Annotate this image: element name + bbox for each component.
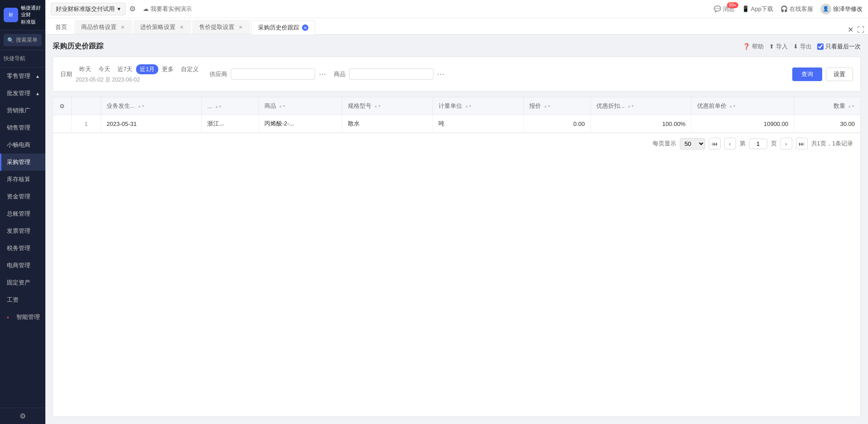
sidebar-item-fixed-assets[interactable]: 固定资产 (0, 274, 45, 291)
search-icon: 🔍 (7, 37, 14, 43)
main-area: 好业财标准版交付试用 ▾ ⚙ ☁ 我要看实例演示 💬 消息 99+ 📱 App下… (45, 0, 868, 424)
sidebar-item-payroll[interactable]: 工资 (0, 291, 45, 308)
date-label: 日期 (60, 70, 72, 78)
help-icon: ❓ (743, 43, 750, 50)
date-option-1month[interactable]: 近1月 (136, 64, 158, 74)
goods-input[interactable] (349, 68, 434, 80)
tab-price[interactable]: 商品价格设置 ✕ (74, 20, 132, 34)
export-button[interactable]: ⬇ 导出 (793, 43, 812, 51)
tab-price-close[interactable]: ✕ (119, 24, 126, 30)
topbar-right: 💬 消息 99+ 📱 App下载 🎧 在线客服 👤 徐泽华修改 (714, 4, 863, 14)
tab-expand-button[interactable]: ⛶ (857, 26, 864, 34)
td-price: 0.00 (524, 115, 590, 133)
td-quantity: 30.00 (794, 115, 860, 133)
query-button[interactable]: 查询 (792, 67, 822, 81)
tab-strategy-close[interactable]: ✕ (178, 24, 185, 30)
quick-nav-button[interactable]: 快捷导航 (0, 52, 45, 65)
only-last-checkbox[interactable]: 只看最后一次 (817, 43, 861, 51)
online-service-button[interactable]: 🎧 在线客服 (780, 5, 813, 13)
td-unit-price: 10900.00 (691, 115, 794, 133)
th-spec[interactable]: 规格型号 ▲▼ (342, 97, 433, 115)
sidebar-item-ecommerce-small[interactable]: 小畅电商 (0, 136, 45, 154)
th-discount[interactable]: 优惠折扣... ▲▼ (590, 97, 691, 115)
data-table: ⚙ 业务发生... ▲▼ ... ▲▼ 商品 ▲▼ (53, 97, 860, 133)
th-goods[interactable]: 商品 ▲▼ (258, 97, 342, 115)
last-page-button[interactable]: ⏭ (796, 138, 808, 149)
th-unit[interactable]: 计量单位 ▲▼ (433, 97, 524, 115)
import-button[interactable]: ⬆ 导入 (769, 43, 788, 51)
table-row: 1 2023-05-31 浙江... 丙烯酸-2-... 散水 吨 0.00 1… (53, 115, 860, 133)
sidebar-item-sales[interactable]: 销售管理 (0, 119, 45, 136)
app-logo-text: 畅捷通好业财 标准版 (21, 5, 42, 25)
th-price[interactable]: 报价 ▲▼ (524, 97, 590, 115)
sidebar-item-retail[interactable]: 零售管理 ▲ (0, 67, 45, 85)
sidebar-quick-nav[interactable]: 快捷导航 (0, 50, 45, 67)
tab-track-close[interactable]: ✕ (302, 24, 308, 31)
sort-icon: ▲▼ (627, 104, 634, 108)
date-option-today[interactable]: 今天 (95, 64, 114, 74)
filter-date: 日期 昨天 今天 近7天 近1月 更多 自定义 2023-05-02 至 202… (60, 64, 202, 84)
import-icon: ⬆ (769, 43, 774, 50)
app-download-button[interactable]: 📱 App下载 (742, 5, 773, 13)
date-options-top: 昨天 今天 近7天 近1月 更多 自定义 (76, 64, 202, 74)
th-dots[interactable]: ... ▲▼ (202, 97, 259, 115)
tabbar-actions: ✕ ⛶ (848, 25, 864, 34)
th-unit-price[interactable]: 优惠前单价 ▲▼ (691, 97, 794, 115)
per-page-select[interactable]: 50 10 20 100 (680, 138, 705, 149)
date-option-more[interactable]: 更多 (158, 64, 177, 74)
message-badge: 99+ (727, 2, 738, 8)
sort-icon: ▲▼ (137, 104, 145, 108)
date-option-7days[interactable]: 近7天 (114, 64, 136, 74)
supplier-more-button[interactable]: ··· (319, 70, 326, 78)
prev-page-button[interactable]: ‹ (724, 138, 736, 149)
td-spec: 散水 (342, 115, 433, 133)
tab-home[interactable]: 首页 (49, 20, 73, 34)
sidebar-item-invoice[interactable]: 发票管理 (0, 222, 45, 240)
sidebar-item-ecommerce[interactable]: 电商管理 (0, 257, 45, 274)
page-input[interactable] (749, 139, 767, 149)
version-selector[interactable]: 好业财标准版交付试用 ▾ (51, 3, 126, 15)
sidebar-item-smart[interactable]: 智能管理 (0, 308, 45, 326)
content-area: 采购历史价跟踪 ❓ 帮助 ⬆ 导入 ⬇ 导出 只看最后一次 (45, 34, 868, 424)
first-page-button[interactable]: ⏮ (709, 138, 721, 149)
th-gear[interactable]: ⚙ (53, 97, 71, 115)
settings-button[interactable]: 设置 (826, 67, 853, 81)
help-button[interactable]: ❓ 帮助 (743, 43, 764, 51)
sidebar-settings-button[interactable]: ⚙ (20, 412, 26, 420)
sidebar-item-marketing[interactable]: 营销推广 (0, 102, 45, 119)
next-page-button[interactable]: › (780, 138, 792, 149)
sidebar-item-ledger[interactable]: 总账管理 (0, 205, 45, 222)
th-date[interactable]: 业务发生... ▲▼ (101, 97, 202, 115)
sidebar-search[interactable]: 🔍 搜索菜单 (0, 30, 45, 50)
sidebar-item-purchase[interactable]: 采购管理 (0, 154, 45, 171)
tab-track[interactable]: 采购历史价跟踪 ✕ (251, 20, 315, 34)
tab-close-button[interactable]: ✕ (848, 25, 853, 34)
page-title: 采购历史价跟踪 (53, 42, 103, 51)
sidebar-footer: ⚙ (0, 408, 45, 424)
tab-home-label: 首页 (55, 23, 67, 31)
sidebar-item-finance[interactable]: 资金管理 (0, 188, 45, 205)
user-menu[interactable]: 👤 徐泽华修改 (820, 4, 863, 14)
tab-sale-close[interactable]: ✕ (237, 24, 244, 30)
sidebar-item-inventory[interactable]: 库存核算 (0, 171, 45, 188)
supplier-input[interactable] (231, 68, 315, 80)
th-quantity[interactable]: 数量 ▲▼ (794, 97, 860, 115)
message-button[interactable]: 💬 消息 99+ (714, 5, 735, 13)
td-num: 1 (71, 115, 101, 133)
tab-strategy[interactable]: 进价策略设置 ✕ (133, 20, 191, 34)
tab-sale-label: 售价提取设置 (199, 23, 234, 31)
only-last-input[interactable] (817, 43, 824, 50)
demo-button[interactable]: ☁ 我要看实例演示 (143, 5, 192, 13)
sidebar-logo: 财 畅捷通好业财 标准版 (0, 0, 45, 30)
td-goods: 丙烯酸-2-... (258, 115, 342, 133)
sidebar-item-wholesale[interactable]: 批发管理 ▲ (0, 85, 45, 102)
sort-icon: ▲▼ (848, 104, 855, 108)
goods-more-button[interactable]: ··· (437, 70, 444, 78)
date-option-custom[interactable]: 自定义 (177, 64, 202, 74)
sidebar-item-tax[interactable]: 税务管理 (0, 240, 45, 257)
date-option-yesterday[interactable]: 昨天 (76, 64, 95, 74)
topbar-settings-button[interactable]: ⚙ (129, 5, 136, 13)
search-menu-button[interactable]: 🔍 搜索菜单 (4, 34, 42, 46)
export-icon: ⬇ (793, 43, 798, 50)
tab-sale[interactable]: 售价提取设置 ✕ (192, 20, 250, 34)
